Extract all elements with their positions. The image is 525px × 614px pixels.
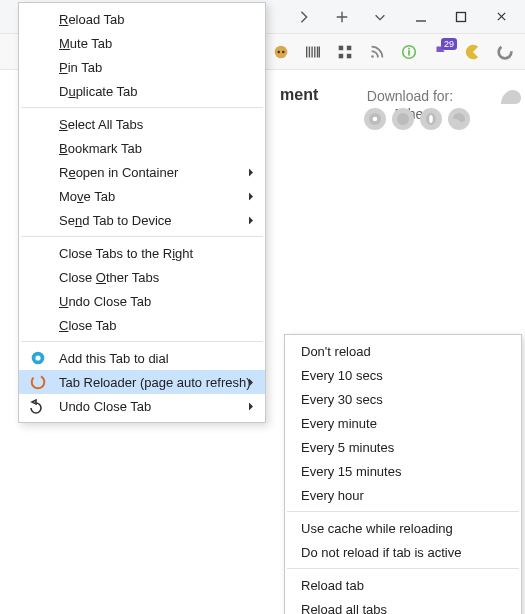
submenu-arrow-icon — [247, 165, 255, 180]
svg-point-20 — [32, 376, 45, 389]
svg-point-14 — [373, 117, 378, 122]
submenu-arrow-icon — [247, 213, 255, 228]
menu-item[interactable]: Pin Tab — [19, 55, 265, 79]
menu-item[interactable]: Add this Tab to dial — [19, 346, 265, 370]
submenu-arrow-icon — [247, 189, 255, 204]
browser-window: 29 ment Ether Download for: Reload TabMu… — [0, 0, 525, 614]
submenu-item[interactable]: Use cache while reloading — [285, 516, 521, 540]
submenu-item[interactable]: Every minute — [285, 411, 521, 435]
menu-separator — [287, 568, 519, 569]
grid-icon[interactable] — [335, 42, 355, 62]
svg-point-19 — [35, 355, 40, 360]
nav-forward-button[interactable] — [286, 2, 322, 32]
submenu-item-label: Do not reload if tab is active — [301, 545, 461, 560]
menu-separator — [21, 341, 263, 342]
svg-point-17 — [429, 115, 433, 123]
menu-item[interactable]: Mute Tab — [19, 31, 265, 55]
submenu-item[interactable]: Reload all tabs — [285, 597, 521, 614]
dial-icon — [29, 349, 47, 367]
submenu-item[interactable]: Every hour — [285, 483, 521, 507]
monkey-icon[interactable] — [271, 42, 291, 62]
submenu-arrow-icon — [247, 399, 255, 414]
menu-item[interactable]: Reopen in Container — [19, 160, 265, 184]
firefox-icon[interactable] — [392, 108, 414, 130]
menu-item[interactable]: Tab Reloader (page auto refresh) — [19, 370, 265, 394]
submenu-item-label: Every 30 secs — [301, 392, 383, 407]
spinner-icon[interactable] — [495, 42, 515, 62]
submenu-item[interactable]: Don't reload — [285, 339, 521, 363]
svg-point-11 — [408, 47, 410, 49]
submenu-item-label: Don't reload — [301, 344, 371, 359]
submenu-item-label: Reload tab — [301, 578, 364, 593]
svg-rect-5 — [347, 45, 352, 50]
submenu-item[interactable]: Reload tab — [285, 573, 521, 597]
download-for-label: Download for: — [360, 88, 460, 104]
new-tab-button[interactable] — [324, 2, 360, 32]
menu-item-label: Bookmark Tab — [59, 141, 142, 156]
svg-rect-7 — [347, 53, 352, 58]
reload-icon — [29, 373, 47, 391]
window-close-button[interactable] — [483, 2, 519, 32]
menu-item[interactable]: Reload Tab — [19, 7, 265, 31]
opera-icon[interactable] — [420, 108, 442, 130]
menu-item-label: Tab Reloader (page auto refresh) — [59, 375, 251, 390]
menu-item[interactable]: Close Tabs to the Right — [19, 241, 265, 265]
svg-point-15 — [397, 113, 409, 125]
menu-item-label: Mute Tab — [59, 36, 112, 51]
menu-item-label: Undo Close Tab — [59, 294, 151, 309]
submenu-item[interactable]: Every 5 minutes — [285, 435, 521, 459]
window-minimize-button[interactable] — [403, 2, 439, 32]
menu-item[interactable]: Undo Close Tab — [19, 394, 265, 418]
download-block: ment Ether Download for: — [280, 86, 490, 122]
menu-separator — [21, 107, 263, 108]
svg-rect-0 — [457, 12, 466, 21]
chrome-icon[interactable] — [364, 108, 386, 130]
submenu-item[interactable]: Do not reload if tab is active — [285, 540, 521, 564]
tabs-dropdown-button[interactable] — [362, 2, 398, 32]
menu-item-label: Close Tabs to the Right — [59, 246, 193, 261]
tab-context-menu: Reload TabMute TabPin TabDuplicate TabSe… — [18, 2, 266, 423]
menu-item[interactable]: Move Tab — [19, 184, 265, 208]
info-icon[interactable] — [399, 42, 419, 62]
pacman-icon[interactable] — [463, 42, 483, 62]
menu-separator — [287, 511, 519, 512]
undo-icon — [29, 397, 47, 415]
edge-icon[interactable] — [448, 108, 470, 130]
submenu-item-label: Every hour — [301, 488, 364, 503]
svg-rect-6 — [339, 53, 344, 58]
menu-item-label: Move Tab — [59, 189, 115, 204]
menu-item[interactable]: Send Tab to Device — [19, 208, 265, 232]
svg-rect-4 — [339, 45, 344, 50]
submenu-item[interactable]: Every 30 secs — [285, 387, 521, 411]
menu-item-label: Reload Tab — [59, 12, 125, 27]
flag-icon[interactable]: 29 — [431, 42, 451, 62]
submenu-item[interactable]: Every 15 minutes — [285, 459, 521, 483]
menu-item[interactable]: Undo Close Tab — [19, 289, 265, 313]
svg-point-3 — [282, 50, 285, 53]
menu-item[interactable]: Close Other Tabs — [19, 265, 265, 289]
svg-rect-10 — [408, 50, 410, 55]
menu-item-label: Undo Close Tab — [59, 399, 151, 414]
submenu-arrow-icon — [247, 375, 255, 390]
submenu-item-label: Every 15 minutes — [301, 464, 401, 479]
submenu-item-label: Use cache while reloading — [301, 521, 453, 536]
submenu-item[interactable]: Every 10 secs — [285, 363, 521, 387]
svg-point-1 — [275, 45, 288, 58]
svg-point-8 — [371, 55, 374, 58]
menu-separator — [21, 236, 263, 237]
download-browser-icons — [364, 108, 470, 130]
submenu-item-label: Every minute — [301, 416, 377, 431]
menu-item[interactable]: Bookmark Tab — [19, 136, 265, 160]
menu-item[interactable]: Close Tab — [19, 313, 265, 337]
mascot-icon — [497, 84, 525, 115]
menu-item[interactable]: Select All Tabs — [19, 112, 265, 136]
tab-reloader-submenu: Don't reloadEvery 10 secsEvery 30 secsEv… — [284, 334, 522, 614]
menu-item-label: Select All Tabs — [59, 117, 143, 132]
menu-item-label: Duplicate Tab — [59, 84, 138, 99]
menu-item[interactable]: Duplicate Tab — [19, 79, 265, 103]
barcode-icon[interactable] — [303, 42, 323, 62]
window-maximize-button[interactable] — [443, 2, 479, 32]
rss-icon[interactable] — [367, 42, 387, 62]
menu-item-label: Reopen in Container — [59, 165, 178, 180]
menu-item-label: Close Other Tabs — [59, 270, 159, 285]
